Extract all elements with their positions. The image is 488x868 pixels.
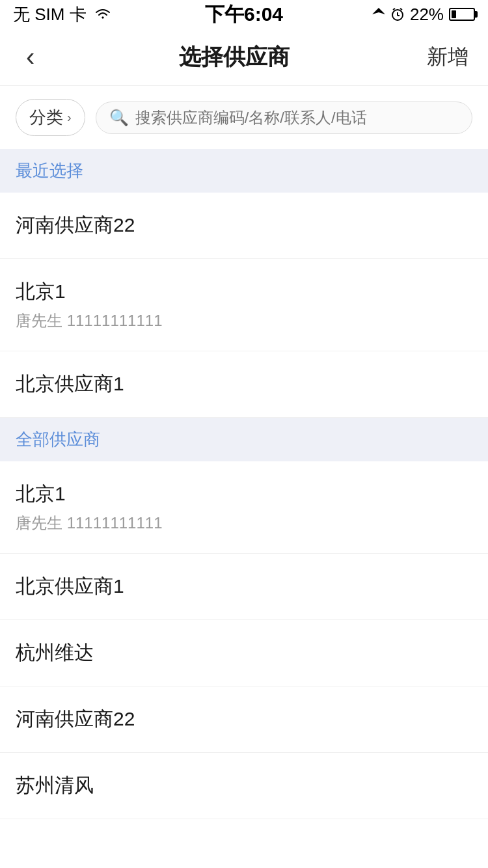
item-name: 河南供应商22 xyxy=(16,706,472,733)
recent-items-list: 河南供应商22北京1唐先生 11111111111北京供应商1 xyxy=(0,193,488,418)
status-bar-right: 22% xyxy=(372,5,475,25)
item-name: 河南供应商22 xyxy=(16,212,472,239)
all-section-header: 全部供应商 xyxy=(0,418,488,461)
recent-section-header: 最近选择 xyxy=(0,149,488,193)
status-bar-left: 无 SIM 卡 xyxy=(13,3,113,26)
item-sub: 唐先生 11111111111 xyxy=(16,310,472,331)
list-item[interactable]: 河南供应商22 xyxy=(0,193,488,259)
item-name: 北京供应商1 xyxy=(16,573,472,600)
list-item[interactable]: 河南供应商22 xyxy=(0,686,488,753)
all-section-label: 全部供应商 xyxy=(16,429,100,449)
search-input[interactable] xyxy=(135,109,459,127)
item-name: 杭州维达 xyxy=(16,640,472,666)
battery-percent: 22% xyxy=(410,5,444,25)
list-item[interactable]: 北京1唐先生 11111111111 xyxy=(0,461,488,554)
item-name: 北京1 xyxy=(16,278,472,305)
category-label: 分类 xyxy=(29,106,63,129)
filter-bar: 分类 › 🔍 xyxy=(0,86,488,149)
new-button[interactable]: 新增 xyxy=(427,43,468,72)
nav-bar: ‹ 选择供应商 新增 xyxy=(0,29,488,86)
svg-line-4 xyxy=(400,8,402,10)
all-items-list: 北京1唐先生 11111111111北京供应商1杭州维达河南供应商22苏州清风 xyxy=(0,461,488,819)
item-name: 北京1 xyxy=(16,481,472,508)
search-icon: 🔍 xyxy=(109,109,129,127)
recent-section-label: 最近选择 xyxy=(16,161,83,180)
alarm-icon xyxy=(390,7,405,21)
list-item[interactable]: 杭州维达 xyxy=(0,620,488,686)
item-name: 北京供应商1 xyxy=(16,371,472,398)
category-filter[interactable]: 分类 › xyxy=(16,99,85,136)
status-bar: 无 SIM 卡 下午6:04 22% xyxy=(0,0,488,29)
no-sim-text: 无 SIM 卡 xyxy=(13,3,87,26)
wifi-icon xyxy=(93,7,113,21)
page-title: 选择供应商 xyxy=(41,42,427,72)
item-sub: 唐先生 11111111111 xyxy=(16,513,472,534)
status-bar-time: 下午6:04 xyxy=(205,1,283,28)
location-icon xyxy=(372,8,385,21)
search-box[interactable]: 🔍 xyxy=(96,102,472,134)
list-item[interactable]: 苏州清风 xyxy=(0,753,488,819)
back-button[interactable]: ‹ xyxy=(20,36,41,78)
list-item[interactable]: 北京供应商1 xyxy=(0,554,488,620)
chevron-right-icon: › xyxy=(67,110,72,125)
item-name: 苏州清风 xyxy=(16,772,472,799)
battery-icon xyxy=(449,8,475,21)
list-item[interactable]: 北京1唐先生 11111111111 xyxy=(0,259,488,351)
svg-line-3 xyxy=(393,8,395,10)
list-item[interactable]: 北京供应商1 xyxy=(0,351,488,418)
